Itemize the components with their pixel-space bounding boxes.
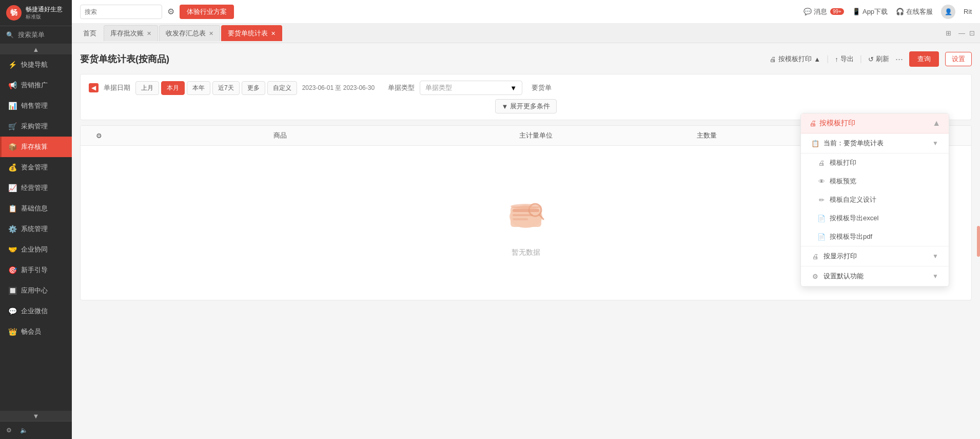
date-range-display: 2023-06-01 至 2023-06-30: [302, 84, 375, 92]
dropdown-template-preview[interactable]: 👁 模板预览: [801, 172, 949, 190]
date-btn-prev[interactable]: 上月: [135, 81, 159, 95]
tabs-maximize-icon[interactable]: ⊡: [969, 29, 975, 37]
col-unit: 主计量单位: [451, 131, 622, 140]
tab-order-stats-close[interactable]: ✕: [271, 30, 276, 37]
message-icon: 💬: [803, 8, 812, 15]
dropdown-template-pdf[interactable]: 📄 按模板导出pdf: [801, 227, 949, 246]
date-filter-label: 单据日期: [104, 83, 130, 92]
empty-illustration: [500, 188, 552, 240]
operations-icon: 📈: [8, 184, 17, 192]
sidebar-scroll-up[interactable]: ▲: [0, 44, 72, 54]
sidebar-item-vip[interactable]: 👑 畅会员: [0, 321, 72, 342]
sidebar-item-corp-wechat[interactable]: 💬 企业微信: [0, 301, 72, 321]
guide-icon: 🎯: [8, 266, 17, 274]
user-avatar[interactable]: 👤: [941, 5, 955, 19]
print-dropdown-title-icon: 🖨: [809, 119, 816, 127]
topbar-gear-icon[interactable]: ⚙: [167, 7, 174, 16]
app-logo-icon: 畅: [6, 5, 22, 21]
dropdown-template-print[interactable]: 🖨 模板打印: [801, 154, 949, 172]
date-btn-year[interactable]: 本年: [187, 81, 210, 95]
sidebar-item-inventory[interactable]: 📦 库存核算: [0, 137, 72, 157]
online-support-btn[interactable]: 🎧 在线客服: [896, 7, 933, 16]
dropdown-template-section: 🖨 模板打印 👁 模板预览 ✏ 模板自定义设计 📄 按模板导出excel 📄: [801, 154, 949, 246]
sidebar-item-purchase[interactable]: 🛒 采购管理: [0, 116, 72, 137]
tab-order-stats[interactable]: 要货单统计表 ✕: [221, 25, 282, 41]
app-download-btn[interactable]: 📱 App下载: [852, 7, 888, 16]
sidebar-item-sales[interactable]: 📊 销售管理: [0, 96, 72, 116]
sidebar-settings-icon[interactable]: ⚙: [6, 427, 12, 434]
print-dropdown: 🖨 按模板打印 ▲ 📋 当前：要货单统计表 ▼ 🖨: [800, 113, 949, 287]
col-qty: 主数量: [621, 131, 792, 140]
date-btn-week7[interactable]: 近7天: [212, 81, 240, 95]
sidebar-search[interactable]: 🔍 搜索菜单: [0, 26, 72, 44]
sidebar-logo: 畅 畅捷通好生意 标准版: [0, 0, 72, 26]
tab-receipt-summary[interactable]: 收发存汇总表 ✕: [159, 25, 220, 41]
sidebar-item-system[interactable]: ⚙️ 系统管理: [0, 219, 72, 239]
settings-btn[interactable]: 设置: [945, 52, 972, 66]
sidebar-item-app-center[interactable]: 🔲 应用中心: [0, 280, 72, 301]
template-print-icon: 🖨: [817, 159, 826, 167]
purchase-icon: 🛒: [8, 122, 17, 130]
dropdown-template-custom[interactable]: ✏ 模板自定义设计: [801, 190, 949, 209]
type-filter-label: 单据类型: [388, 83, 415, 92]
resize-handle[interactable]: [977, 226, 980, 257]
current-chevron-icon: ▼: [932, 140, 938, 147]
messages-btn[interactable]: 💬 消息 99+: [803, 7, 844, 16]
collab-icon: 🤝: [8, 245, 17, 254]
corp-wechat-icon: 💬: [8, 307, 17, 315]
experience-btn[interactable]: 体验行业方案: [180, 5, 234, 19]
tabs-minimize-icon[interactable]: —: [958, 29, 965, 37]
sidebar-item-finance[interactable]: 💰 资金管理: [0, 157, 72, 178]
print-dropdown-close-btn[interactable]: ▲: [932, 119, 940, 128]
finance-icon: 💰: [8, 163, 17, 171]
template-preview-icon: 👁: [817, 177, 826, 185]
expand-icon: ▼: [502, 103, 508, 110]
sidebar-bottom: ⚙ 🔈: [0, 421, 72, 439]
search-input[interactable]: [80, 5, 162, 19]
sidebar-item-marketing[interactable]: 📢 营销推广: [0, 75, 72, 96]
sidebar-scroll-down[interactable]: ▼: [0, 411, 72, 421]
sidebar-item-collab[interactable]: 🤝 企业协同: [0, 239, 72, 260]
tab-inventory-batch[interactable]: 库存批次账 ✕: [104, 25, 158, 41]
template-excel-icon: 📄: [817, 214, 826, 222]
refresh-btn[interactable]: ↺ 刷新: [868, 54, 889, 64]
date-btn-custom[interactable]: 自定义: [267, 81, 297, 95]
more-options-icon[interactable]: ···: [895, 54, 903, 65]
dropdown-template-excel[interactable]: 📄 按模板导出excel: [801, 209, 949, 227]
type-selector[interactable]: 单据类型 ▼: [420, 81, 522, 95]
quick-nav-icon: ⚡: [8, 61, 17, 69]
sidebar-speaker-icon[interactable]: 🔈: [20, 427, 28, 434]
sidebar-item-operations[interactable]: 📈 经营管理: [0, 178, 72, 198]
sidebar-item-guide[interactable]: 🎯 新手引导: [0, 260, 72, 280]
print-btn[interactable]: 🖨 按模板打印 ▲: [770, 54, 820, 64]
topbar-right: 💬 消息 99+ 📱 App下载 🎧 在线客服 👤 Rit: [803, 5, 972, 19]
tab-receipt-summary-close[interactable]: ✕: [209, 30, 213, 37]
sidebar-item-basics[interactable]: 📋 基础信息: [0, 198, 72, 219]
refresh-icon: ↺: [868, 55, 874, 63]
dropdown-default-fn[interactable]: ⚙ 设置默认功能 ▼: [801, 266, 949, 286]
sidebar-item-quick-nav[interactable]: ⚡ 快捷导航: [0, 54, 72, 75]
tabs-expand-btn[interactable]: ⊞: [942, 27, 954, 40]
export-btn[interactable]: ↑ 导出: [835, 54, 854, 64]
col-settings[interactable]: ⚙: [89, 132, 109, 140]
query-btn[interactable]: 查询: [909, 51, 939, 67]
page-actions: 🖨 按模板打印 ▲ | ↑ 导出 | ↺ 刷新 ··· 查询 设置: [770, 51, 972, 67]
export-icon: ↑: [835, 55, 838, 63]
template-pdf-icon: 📄: [817, 233, 826, 241]
filter-expand-arrow[interactable]: ◀: [89, 83, 99, 92]
expand-filter-btn[interactable]: ▼ 展开更多条件: [495, 99, 557, 113]
dropdown-display-print[interactable]: 🖨 按显示打印 ▼: [801, 246, 949, 266]
app-name: 畅捷通好生意 标准版: [26, 6, 63, 21]
current-template-icon: 📋: [811, 139, 819, 147]
tab-inventory-batch-close[interactable]: ✕: [147, 30, 151, 37]
type-selector-chevron: ▼: [510, 84, 517, 92]
dropdown-default-inner: ⚙ 设置默认功能: [811, 272, 864, 281]
tab-home[interactable]: 首页: [77, 26, 103, 41]
date-btn-more[interactable]: 更多: [242, 81, 265, 95]
dropdown-current-inner: 📋 当前：要货单统计表: [811, 139, 884, 148]
date-btn-current[interactable]: 本月: [161, 81, 185, 95]
dropdown-current-item[interactable]: 📋 当前：要货单统计表 ▼: [801, 133, 949, 153]
col-product: 商品: [109, 131, 451, 140]
divider-1: |: [827, 54, 829, 64]
filter-collapse-btn[interactable]: ◀: [89, 83, 99, 92]
